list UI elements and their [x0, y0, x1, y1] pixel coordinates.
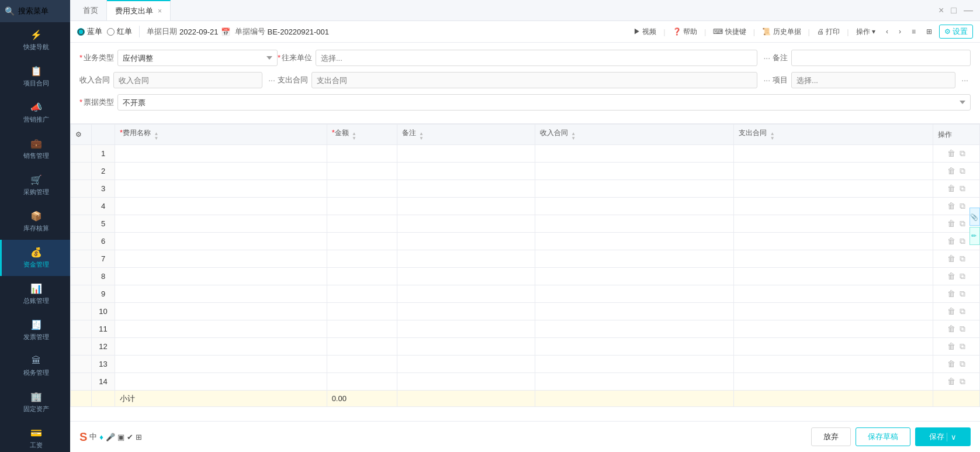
action-shortcut[interactable]: ⌨ 快捷键 — [709, 26, 749, 38]
sort-amount[interactable]: ▲▼ — [352, 132, 356, 141]
action-print[interactable]: 🖨 打印 — [813, 26, 843, 38]
td-expense-name-12[interactable] — [115, 338, 327, 356]
td-expense-name-11[interactable] — [115, 320, 327, 338]
td-remark-6[interactable] — [397, 233, 535, 250]
td-expense-contract-4[interactable] — [734, 198, 933, 215]
td-remark-11[interactable] — [397, 320, 535, 338]
copy-row-14[interactable]: ⧉ — [958, 375, 967, 388]
expense-contract-input[interactable] — [311, 72, 758, 88]
td-income-contract-9[interactable] — [535, 285, 734, 303]
td-expense-name-1[interactable] — [115, 145, 327, 163]
td-remark-9[interactable] — [397, 285, 535, 303]
copy-row-10[interactable]: ⧉ — [958, 305, 967, 318]
td-amount-10[interactable] — [327, 303, 397, 320]
nav-prev[interactable]: ‹ — [882, 26, 892, 37]
tab-expense[interactable]: 费用支出单 × — [107, 0, 171, 20]
save-dropdown-icon[interactable]: ∨ — [947, 433, 957, 441]
delete-row-13[interactable]: 🗑 — [946, 358, 957, 370]
td-income-contract-11[interactable] — [535, 320, 734, 338]
delete-row-12[interactable]: 🗑 — [946, 340, 957, 352]
td-expense-contract-2[interactable] — [734, 163, 933, 180]
td-amount-4[interactable] — [327, 198, 397, 215]
delete-row-10[interactable]: 🗑 — [946, 305, 957, 317]
td-amount-5[interactable] — [327, 215, 397, 233]
invoice-type-select[interactable]: 不开票 — [117, 94, 971, 111]
td-expense-name-13[interactable] — [115, 356, 327, 373]
project-dots[interactable]: ··· — [959, 75, 971, 85]
tab-home[interactable]: 首页 — [75, 0, 107, 20]
sidebar-item-quick-nav[interactable]: ⚡快捷导航 — [0, 22, 70, 58]
delete-row-4[interactable]: 🗑 — [946, 200, 957, 212]
td-expense-contract-3[interactable] — [734, 180, 933, 198]
td-expense-name-5[interactable] — [115, 215, 327, 233]
delete-row-6[interactable]: 🗑 — [946, 235, 957, 247]
delete-row-9[interactable]: 🗑 — [946, 288, 957, 299]
right-edge-edit[interactable]: ✏ — [969, 227, 980, 245]
sidebar-item-marketing[interactable]: 📣营销推广 — [0, 95, 70, 131]
td-remark-5[interactable] — [397, 215, 535, 233]
copy-row-3[interactable]: ⧉ — [958, 182, 967, 195]
sidebar-item-inventory[interactable]: 📦库存核算 — [0, 203, 70, 240]
copy-row-4[interactable]: ⧉ — [958, 200, 967, 212]
sidebar-item-procurement[interactable]: 🛒采购管理 — [0, 167, 70, 203]
sidebar-search[interactable]: 🔍 搜索菜单 — [0, 0, 70, 22]
td-remark-7[interactable] — [397, 250, 535, 268]
settings-button[interactable]: ⚙ 设置 — [939, 25, 973, 39]
th-income-contract[interactable]: 收入合同 ▲▼ — [535, 125, 734, 145]
delete-row-5[interactable]: 🗑 — [946, 218, 957, 229]
td-income-contract-7[interactable] — [535, 250, 734, 268]
td-remark-13[interactable] — [397, 356, 535, 373]
sidebar-item-fixed-assets[interactable]: 🏢固定资产 — [0, 384, 70, 420]
td-remark-14[interactable] — [397, 373, 535, 391]
sidebar-item-payroll[interactable]: 💳工资 — [0, 420, 70, 452]
td-expense-contract-8[interactable] — [734, 268, 933, 285]
td-expense-contract-13[interactable] — [734, 356, 933, 373]
sidebar-item-sales[interactable]: 💼销售管理 — [0, 131, 70, 167]
th-amount[interactable]: *金额 ▲▼ — [327, 125, 397, 145]
td-amount-3[interactable] — [327, 180, 397, 198]
save-button[interactable]: 保存 ∨ — [915, 427, 971, 446]
delete-row-14[interactable]: 🗑 — [946, 375, 957, 387]
delete-row-7[interactable]: 🗑 — [946, 253, 957, 264]
action-operate[interactable]: 操作 ▾ — [853, 26, 879, 38]
th-expense-contract[interactable]: 支出合同 ▲▼ — [734, 125, 933, 145]
td-expense-name-2[interactable] — [115, 163, 327, 180]
copy-row-11[interactable]: ⧉ — [958, 323, 967, 335]
td-remark-3[interactable] — [397, 180, 535, 198]
td-amount-12[interactable] — [327, 338, 397, 356]
radio-blue[interactable]: 蓝单 — [77, 26, 102, 37]
delete-row-8[interactable]: 🗑 — [946, 270, 957, 282]
td-income-contract-14[interactable] — [535, 373, 734, 391]
copy-row-6[interactable]: ⧉ — [958, 235, 967, 247]
expense-contract-dots[interactable]: ··· — [761, 75, 773, 85]
td-expense-contract-6[interactable] — [734, 233, 933, 250]
copy-row-13[interactable]: ⧉ — [958, 358, 967, 370]
td-expense-name-10[interactable] — [115, 303, 327, 320]
action-help[interactable]: ❓ 帮助 — [669, 26, 701, 38]
calendar-icon[interactable]: 📅 — [221, 27, 230, 36]
delete-row-11[interactable]: 🗑 — [946, 323, 957, 334]
action-video[interactable]: ▶ 视频 — [630, 26, 660, 38]
td-expense-contract-1[interactable] — [734, 145, 933, 163]
td-expense-name-7[interactable] — [115, 250, 327, 268]
action-history[interactable]: 📜 历史单据 — [759, 26, 804, 38]
save-draft-button[interactable]: 保存草稿 — [856, 427, 910, 446]
td-income-contract-2[interactable] — [535, 163, 734, 180]
sidebar-item-capital[interactable]: 💰资金管理 — [0, 240, 70, 276]
td-expense-name-4[interactable] — [115, 198, 327, 215]
td-expense-contract-11[interactable] — [734, 320, 933, 338]
th-expense-name[interactable]: *费用名称 ▲▼ — [115, 125, 327, 145]
td-income-contract-10[interactable] — [535, 303, 734, 320]
nav-next[interactable]: › — [895, 26, 905, 37]
td-amount-8[interactable] — [327, 268, 397, 285]
th-settings[interactable]: ⚙ — [71, 125, 92, 145]
td-amount-9[interactable] — [327, 285, 397, 303]
income-contract-input[interactable] — [113, 72, 262, 88]
td-amount-14[interactable] — [327, 373, 397, 391]
td-income-contract-4[interactable] — [535, 198, 734, 215]
td-remark-8[interactable] — [397, 268, 535, 285]
td-expense-contract-14[interactable] — [734, 373, 933, 391]
delete-row-1[interactable]: 🗑 — [946, 147, 957, 159]
copy-row-8[interactable]: ⧉ — [958, 270, 967, 282]
td-amount-7[interactable] — [327, 250, 397, 268]
